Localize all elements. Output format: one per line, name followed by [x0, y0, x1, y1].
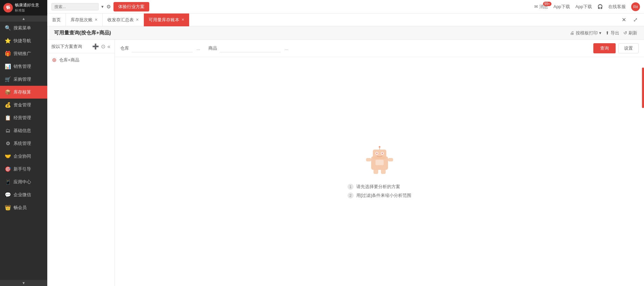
sidebar-item-shortcut[interactable]: ⭐ 快捷导航	[0, 34, 47, 47]
main-area: ▾ ⚙ 体验行业方案 ✉ 99+ 消息 App下载 App下载 🎧 在线客服 R…	[47, 0, 644, 286]
tab-home[interactable]: 首页	[47, 14, 66, 26]
tab-collect-close[interactable]: ✕	[136, 18, 139, 22]
user-avatar-text: Rit	[633, 5, 638, 9]
sidebar-label-sales: 销售管理	[14, 63, 31, 70]
settings-button[interactable]: 设置	[618, 43, 639, 53]
goods-more-btn[interactable]: ...	[283, 45, 290, 52]
user-avatar[interactable]: Rit	[631, 2, 640, 11]
sidebar-label-shortcut: 快捷导航	[14, 38, 31, 44]
logo-name: 畅康通好生意	[15, 3, 39, 8]
sidebar-item-app-center[interactable]: 📱 应用中心	[0, 176, 47, 188]
tab-batch-close[interactable]: ✕	[95, 18, 98, 22]
refresh-label: 刷新	[628, 30, 637, 36]
sidebar-scroll-down[interactable]: ▼	[0, 280, 47, 286]
logo-icon: 畅	[3, 3, 13, 12]
refresh-icon: ↺	[623, 30, 627, 35]
scheme-label: 仓库+商品	[59, 57, 79, 63]
sidebar-item-cooperation[interactable]: 🤝 企业协同	[0, 150, 47, 163]
tip-text-1: 请先选择要分析的方案	[356, 184, 400, 190]
add-scheme-icon[interactable]: ➕	[92, 43, 99, 50]
warehouse-label: 仓库	[120, 45, 129, 51]
logo-edition: 标准版	[15, 8, 39, 13]
inventory-icon: 📦	[5, 89, 11, 95]
sidebar-item-sales[interactable]: 📊 销售管理	[0, 60, 47, 73]
sidebar-item-wechat[interactable]: 💬 企业微信	[0, 188, 47, 201]
page-header: 可用量查询(按仓库+商品) 🖨 按模板打印 ▾ ⬆ 导出 ↺ 刷新	[47, 26, 644, 40]
export-label: 导出	[611, 30, 619, 36]
app-download-text[interactable]: App下载	[575, 4, 592, 10]
sidebar-item-member[interactable]: 👑 畅会员	[0, 201, 47, 214]
sidebar-nav: 🔍 搜索菜单 ⭐ 快捷导航 🎁 营销推广 📊 销售管理 🛒 采购管理 📦 库存核…	[0, 22, 47, 280]
svg-point-5	[382, 153, 383, 154]
marketing-icon: 🎁	[5, 51, 11, 57]
shortcut-icon: ⭐	[5, 38, 11, 44]
search-icon: 🔍	[5, 25, 11, 31]
tip-item-2: 2 用[过滤]条件来缩小分析范围	[347, 192, 411, 199]
sidebar-item-system[interactable]: ⚙ 系统管理	[0, 137, 47, 150]
topbar-search-input[interactable]	[51, 3, 99, 10]
system-icon: ⚙	[5, 140, 11, 147]
print-dropdown-icon[interactable]: ▾	[599, 30, 601, 35]
sidebar-label-inventory: 库存核算	[14, 89, 31, 95]
sidebar-item-purchase[interactable]: 🛒 采购管理	[0, 73, 47, 86]
warehouse-input[interactable]	[132, 44, 192, 52]
sidebar-item-search[interactable]: 🔍 搜索菜单	[0, 22, 47, 34]
app-download-link[interactable]: App下载	[553, 4, 570, 10]
sidebar-item-marketing[interactable]: 🎁 营销推广	[0, 47, 47, 60]
tab-expand-icon[interactable]: ⤢	[630, 15, 640, 25]
sidebar-item-operation[interactable]: 📋 经营管理	[0, 111, 47, 124]
sidebar-label-finance: 资金管理	[14, 102, 31, 108]
member-icon: 👑	[5, 205, 11, 211]
finance-icon: 💰	[5, 102, 11, 108]
svg-rect-9	[388, 158, 393, 161]
filter-panel-title: 按以下方案查询	[51, 44, 82, 50]
warehouse-field: 仓库 ...	[120, 44, 202, 52]
empty-illustration	[363, 145, 396, 178]
online-service-link[interactable]: 在线客服	[608, 4, 626, 10]
sidebar-scroll-up[interactable]: ▲	[0, 16, 47, 22]
trial-button[interactable]: 体验行业方案	[113, 2, 149, 11]
tab-available-account[interactable]: 可用量库存账本 ✕	[144, 14, 189, 26]
tab-batch-account[interactable]: 库存批次账 ✕	[66, 14, 103, 26]
tip-num-2: 2	[347, 192, 354, 199]
operation-icon: 📋	[5, 115, 11, 121]
tab-close-all-icon[interactable]: ✕	[619, 15, 628, 25]
sidebar-label-newbie: 新手引导	[14, 166, 31, 172]
message-icon-wrapper[interactable]: ✉ 99+ 消息	[534, 4, 548, 10]
collapse-panel-icon[interactable]: «	[107, 44, 110, 50]
tip-text-2: 用[过滤]条件来缩小分析范围	[356, 192, 411, 199]
purchase-icon: 🛒	[5, 76, 11, 82]
sidebar-item-newbie[interactable]: 🎯 新手引导	[0, 163, 47, 176]
sidebar-item-finance[interactable]: 💰 资金管理	[0, 99, 47, 111]
scheme-icon: ⊛	[52, 57, 56, 63]
goods-input[interactable]	[220, 44, 281, 52]
scheme-warehouse-goods[interactable]: ⊛ 仓库+商品	[47, 53, 114, 67]
empty-state: 1 请先选择要分析的方案 2 用[过滤]条件来缩小分析范围	[115, 57, 644, 286]
page-title: 可用量查询(按仓库+商品)	[54, 30, 111, 36]
sidebar-label-system: 系统管理	[14, 140, 31, 147]
topbar: ▾ ⚙ 体验行业方案 ✉ 99+ 消息 App下载 App下载 🎧 在线客服 R…	[47, 0, 644, 14]
wechat-icon: 💬	[5, 192, 11, 198]
export-action[interactable]: ⬆ 导出	[606, 30, 619, 36]
print-action[interactable]: 🖨 按模板打印 ▾	[570, 30, 601, 36]
warehouse-more-btn[interactable]: ...	[195, 45, 202, 52]
basic-icon: 🗂	[5, 128, 11, 133]
query-fields-bar: 仓库 ... 商品 ... 查询 设置	[115, 40, 644, 57]
settings-scheme-icon[interactable]: ⊙	[101, 43, 105, 50]
tabs-actions: ✕ ⤢	[619, 15, 644, 25]
sidebar-label-member: 畅会员	[14, 205, 27, 211]
refresh-action[interactable]: ↺ 刷新	[623, 30, 637, 36]
sidebar-item-basic[interactable]: 🗂 基础信息	[0, 124, 47, 137]
sidebar-item-inventory[interactable]: 📦 库存核算	[0, 86, 47, 99]
content-area: 按以下方案查询 ➕ ⊙ « ⊛ 仓库+商品 仓库 ...	[47, 40, 644, 286]
tab-available-close[interactable]: ✕	[181, 18, 184, 22]
svg-point-4	[376, 153, 378, 154]
sidebar-label-basic: 基础信息	[14, 128, 31, 134]
sales-icon: 📊	[5, 63, 11, 70]
query-button[interactable]: 查询	[593, 43, 616, 53]
topbar-gear-icon[interactable]: ⚙	[106, 4, 111, 10]
sidebar-label-operation: 经营管理	[14, 115, 31, 121]
svg-rect-12	[376, 160, 384, 165]
tab-collect-account[interactable]: 收发存汇总表 ✕	[103, 14, 144, 26]
topbar-dropdown-icon[interactable]: ▾	[101, 4, 104, 9]
